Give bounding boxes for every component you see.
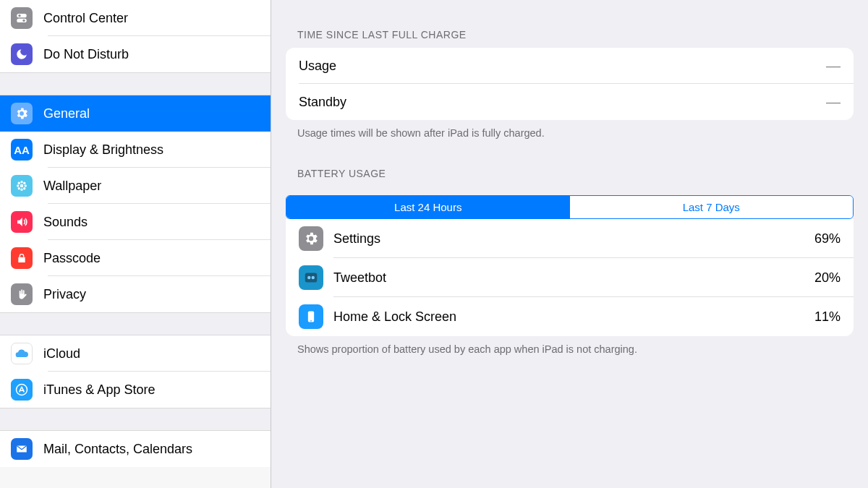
svg-point-15 (307, 276, 310, 279)
sidebar-group-1: Control Center Do Not Disturb (0, 0, 271, 72)
sidebar-group-2: General AA Display & Brightness Wallpape… (0, 95, 271, 312)
sidebar-item-label: Display & Brightness (43, 142, 163, 158)
row-usage[interactable]: Usage — (286, 48, 854, 84)
sidebar-item-icloud[interactable]: iCloud (0, 335, 271, 372)
sidebar-item-label: General (43, 106, 90, 121)
home-lock-screen-icon (299, 304, 323, 329)
sidebar-item-label: iCloud (43, 346, 80, 361)
section-header-time-since-charge: TIME SINCE LAST FULL CHARGE (286, 0, 854, 48)
sidebar-group-separator (0, 72, 271, 95)
svg-rect-14 (305, 273, 318, 283)
sidebar-item-sounds[interactable]: Sounds (0, 204, 271, 240)
sidebar-group-4: Mail, Contacts, Calendars (0, 431, 271, 467)
gear-icon (11, 103, 33, 124)
svg-rect-0 (17, 14, 27, 17)
sidebar-item-general[interactable]: General (0, 95, 271, 132)
row-value: — (826, 58, 841, 74)
svg-point-5 (20, 181, 22, 183)
svg-point-13 (17, 385, 27, 395)
app-name: Settings (333, 231, 814, 247)
svg-point-8 (25, 184, 27, 187)
flower-icon (11, 175, 33, 197)
app-name: Home & Lock Screen (333, 309, 814, 325)
segment-last-7-days[interactable]: Last 7 Days (570, 196, 854, 218)
sidebar-item-label: Do Not Disturb (43, 47, 129, 62)
usage-footnote: Usage times will be shown after iPad is … (286, 120, 854, 139)
time-range-segmented-control: Last 24 Hours Last 7 Days (286, 195, 854, 219)
battery-usage-footnote: Shows proportion of battery used by each… (286, 336, 854, 355)
app-percentage: 11% (814, 309, 841, 325)
control-center-icon (11, 7, 33, 29)
app-name: Tweetbot (333, 270, 814, 286)
section-header-battery-usage: BATTERY USAGE (286, 139, 854, 187)
svg-point-12 (23, 187, 25, 189)
row-label: Usage (299, 59, 336, 74)
app-usage-row-tweetbot[interactable]: Tweetbot 20% (286, 258, 854, 297)
sidebar-item-label: iTunes & App Store (43, 382, 155, 398)
row-value: — (826, 94, 841, 111)
sidebar-group-separator (0, 312, 271, 335)
segment-last-24-hours[interactable]: Last 24 Hours (286, 196, 570, 218)
sidebar-item-mail-contacts-calendars[interactable]: Mail, Contacts, Calendars (0, 431, 271, 467)
sidebar-item-label: Wallpaper (43, 179, 101, 194)
settings-sidebar: Control Center Do Not Disturb General AA… (0, 0, 271, 488)
sidebar-item-privacy[interactable]: Privacy (0, 276, 271, 312)
sidebar-item-label: Control Center (43, 11, 128, 26)
svg-point-16 (312, 276, 315, 279)
settings-detail-pane: TIME SINCE LAST FULL CHARGE Usage — Stan… (271, 0, 868, 488)
hand-icon (11, 283, 33, 305)
svg-point-3 (22, 20, 25, 22)
battery-usage-card: Settings 69% Tweetbot 20% Home & Lock Sc… (286, 219, 854, 336)
text-size-icon: AA (11, 139, 33, 160)
sidebar-item-label: Sounds (43, 215, 88, 230)
svg-point-9 (18, 182, 20, 184)
row-label: Standby (299, 95, 346, 110)
app-percentage: 69% (814, 231, 841, 247)
speaker-icon (11, 211, 33, 233)
sidebar-item-itunes-appstore[interactable]: iTunes & App Store (0, 372, 271, 408)
sidebar-item-wallpaper[interactable]: Wallpaper (0, 168, 271, 204)
settings-app-icon (299, 226, 323, 251)
svg-point-7 (17, 184, 19, 187)
svg-point-11 (18, 187, 20, 189)
app-usage-row-settings[interactable]: Settings 69% (286, 219, 854, 258)
sidebar-group-3: iCloud iTunes & App Store (0, 335, 271, 408)
appstore-icon (11, 379, 33, 401)
app-percentage: 20% (814, 270, 841, 286)
row-standby[interactable]: Standby — (286, 84, 854, 120)
lock-icon (11, 247, 33, 269)
sidebar-item-do-not-disturb[interactable]: Do Not Disturb (0, 36, 271, 72)
svg-point-10 (23, 182, 25, 184)
time-since-charge-card: Usage — Standby — (286, 48, 854, 120)
cloud-icon (11, 343, 33, 364)
svg-rect-1 (17, 19, 27, 22)
sidebar-item-label: Passcode (43, 251, 101, 266)
sidebar-group-separator (0, 408, 271, 431)
sidebar-item-passcode[interactable]: Passcode (0, 240, 271, 276)
svg-point-6 (20, 189, 22, 191)
moon-icon (11, 43, 33, 65)
sidebar-item-control-center[interactable]: Control Center (0, 0, 271, 36)
sidebar-item-label: Privacy (43, 287, 86, 302)
svg-point-2 (18, 14, 20, 17)
mail-icon (11, 438, 33, 460)
svg-point-18 (310, 320, 312, 322)
sidebar-item-label: Mail, Contacts, Calendars (43, 442, 192, 457)
app-usage-row-home-lock-screen[interactable]: Home & Lock Screen 11% (286, 297, 854, 336)
tweetbot-app-icon (299, 265, 323, 290)
sidebar-item-display-brightness[interactable]: AA Display & Brightness (0, 132, 271, 168)
svg-point-4 (20, 184, 24, 188)
